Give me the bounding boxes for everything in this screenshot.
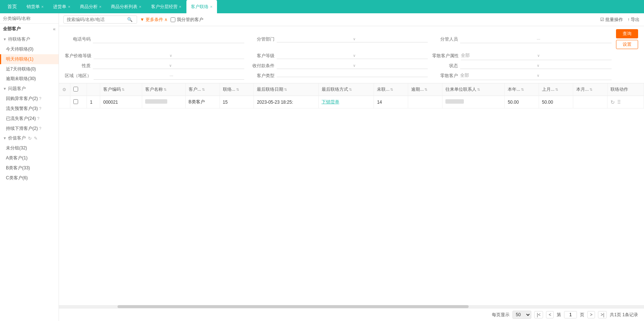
per-page-label: 每页显示 <box>492 312 510 318</box>
sidebar-item-today[interactable]: 今天待联络(0) <box>0 44 59 54</box>
row-overdue <box>408 96 442 108</box>
sidebar-value-refresh[interactable]: ↻ <box>28 136 32 141</box>
filter-retail-customer-label: 零散客户 <box>432 73 458 79</box>
sidebar-item-7days[interactable]: 近7天待联络(0) <box>0 64 59 74</box>
filter-status: 状态 ∨ <box>432 62 612 69</box>
nav-product-analysis-list[interactable]: 商品分析列表 × <box>106 0 146 13</box>
pagination-next[interactable]: > <box>587 311 595 318</box>
row-checkbox-cell[interactable] <box>70 96 87 108</box>
nav-sales-order[interactable]: 销货单 × <box>22 0 48 13</box>
nav-purchase-order[interactable]: 进货单 × <box>49 0 74 13</box>
export-btn[interactable]: ↑ 导出 <box>627 17 640 23</box>
sort-icon-date: ⇅ <box>284 87 287 92</box>
th-name[interactable]: 客户名称⇅ <box>142 83 185 96</box>
sidebar-item-lost-warning[interactable]: 流失预警客户(3) ? <box>0 104 59 114</box>
page-input[interactable] <box>564 311 577 318</box>
my-customers-checkbox[interactable] <box>171 17 175 22</box>
filter-region-select[interactable]: ··· <box>94 72 244 80</box>
th-last-method[interactable]: 最后联络方式⇅ <box>318 83 374 96</box>
nav-close-purchase[interactable]: × <box>68 4 70 9</box>
row-name <box>142 96 185 108</box>
settings-button[interactable]: 设置 <box>616 40 638 49</box>
sidebar-all-customers[interactable]: 全部客户 « <box>0 24 59 34</box>
page-size-select[interactable]: 50 100 200 <box>512 311 531 319</box>
sidebar-item-overdue[interactable]: 逾期未联络(30) <box>0 74 59 84</box>
pagination-first[interactable]: |< <box>534 311 543 318</box>
sidebar-value-edit[interactable]: ✎ <box>34 136 38 141</box>
th-this-month[interactable]: 本月...⇅ <box>573 83 607 96</box>
filter-payment-select[interactable]: ∨ <box>277 62 428 69</box>
row-last-method[interactable]: 下销货单 <box>318 96 374 108</box>
th-company-contact[interactable]: 往来单位联系人⇅ <box>442 83 505 96</box>
nav-close-contact[interactable]: × <box>210 4 212 9</box>
nav-product-analysis[interactable]: 商品分析 × <box>76 0 106 13</box>
row-settings[interactable] <box>59 96 70 108</box>
chevron-down-icon-5: ∨ <box>169 63 244 68</box>
sidebar-group-pending[interactable]: ▼ 待联络客户 <box>0 34 59 44</box>
filter-gender: 性质 ∨ <box>65 62 244 69</box>
table-checkbox-col[interactable] <box>70 83 87 96</box>
filter-phone-input[interactable] <box>93 35 244 43</box>
sidebar-item-classA[interactable]: A类客户(1) <box>0 153 59 163</box>
filter-row-4: 区域（地区） ··· 客户类型 零散客户 全部 ∨ <box>65 71 638 80</box>
sidebar-item-classC[interactable]: C类客户(6) <box>0 173 59 183</box>
sidebar-collapse-icon[interactable]: « <box>53 26 56 32</box>
filter-retail-customer-select[interactable]: 全部 ∨ <box>460 71 612 80</box>
select-all-checkbox[interactable] <box>73 87 78 92</box>
row-actions-cell: ↻ ⠿ <box>607 96 644 108</box>
chevron-down-icon-3: ∨ <box>353 54 428 58</box>
my-customers-checkbox-label[interactable]: 我分管的客户 <box>171 17 203 23</box>
row-action-more[interactable]: ⠿ <box>617 99 621 105</box>
sidebar-item-lost[interactable]: 已流失客户(24) ? <box>0 114 59 124</box>
sidebar-search-area: 🔍 <box>0 13 59 24</box>
row-checkbox[interactable] <box>73 99 78 104</box>
export-icon: ↑ <box>627 17 630 22</box>
query-button[interactable]: 查询 <box>616 29 638 38</box>
filter-customer-type-select[interactable] <box>277 75 428 77</box>
sidebar-item-classB[interactable]: B类客户(33) <box>0 163 59 173</box>
nav-customer-contact[interactable]: 客户联络 × <box>186 0 217 13</box>
filter-retail-attr-label: 零散客户属性 <box>432 53 459 59</box>
nav-close-tier[interactable]: × <box>179 4 181 9</box>
batch-operation-btn[interactable]: ☑ 批量操作 <box>600 17 623 23</box>
filter-more-btn[interactable]: ▼ 更多条件 ∧ <box>140 17 168 23</box>
nav-close-product-list[interactable]: × <box>139 4 141 9</box>
sidebar-group-problem[interactable]: ▼ 问题客户 <box>0 84 59 94</box>
th-overdue[interactable]: 逾期...⇅ <box>408 83 442 96</box>
sidebar-item-declining[interactable]: 持续下滑客户(2) ? <box>0 124 59 134</box>
sidebar-item-tomorrow[interactable]: 明天待联络(1) <box>0 54 59 64</box>
filter-customer-value-select[interactable]: ∨ <box>94 52 244 59</box>
search-input[interactable] <box>67 17 126 22</box>
row-action-refresh[interactable]: ↻ <box>610 99 615 105</box>
scrollbar-thumb[interactable] <box>118 305 469 308</box>
filter-retail-attr: 零散客户属性 全部 ∨ <box>432 51 612 60</box>
sidebar-item-ungrouped[interactable]: 未分组(32) <box>0 143 59 153</box>
pagination-prev[interactable]: < <box>546 311 554 318</box>
filter-retail-attr-select[interactable]: 全部 ∨ <box>461 51 612 60</box>
filter-customer-level-select[interactable]: ∨ <box>277 52 428 59</box>
sidebar-group-value[interactable]: ▼ 价值客户 ↻ ✎ <box>0 133 59 143</box>
pagination-last[interactable]: >| <box>598 311 607 318</box>
nav-customer-tier[interactable]: 客户分层经营 × <box>147 0 186 13</box>
th-last-month[interactable]: 上月...⇅ <box>539 83 573 96</box>
th-code[interactable]: 客户编码⇅ <box>100 83 142 96</box>
th-type[interactable]: 客户...⇅ <box>185 83 220 96</box>
th-not-contacted[interactable]: 未联...⇅ <box>374 83 408 96</box>
filter-status-select[interactable]: ∨ <box>460 62 612 69</box>
filter-gender-select[interactable]: ∨ <box>93 62 244 69</box>
horizontal-scrollbar[interactable] <box>59 305 644 308</box>
filter-person-select[interactable]: ··· <box>460 35 612 43</box>
sidebar-item-abnormal[interactable]: 回购异常客户(2) ? <box>0 94 59 104</box>
nav-home[interactable]: 首页 <box>3 0 21 13</box>
table-settings-col[interactable]: ⚙ <box>59 83 70 96</box>
sidebar-search-input[interactable] <box>3 16 58 21</box>
filter-status-label: 状态 <box>432 63 458 69</box>
filter-dept-select[interactable]: ∨ <box>277 36 428 42</box>
th-this-year[interactable]: 本年...⇅ <box>505 83 539 96</box>
nav-close-product-analysis[interactable]: × <box>99 4 101 9</box>
nav-close-sales[interactable]: × <box>41 4 43 9</box>
row-type: B类客户 <box>185 96 220 108</box>
th-last-date[interactable]: 最后联络日期⇅ <box>254 83 318 96</box>
filter-icon: ▼ <box>140 17 144 22</box>
th-contact-count[interactable]: 联络...⇅ <box>220 83 254 96</box>
